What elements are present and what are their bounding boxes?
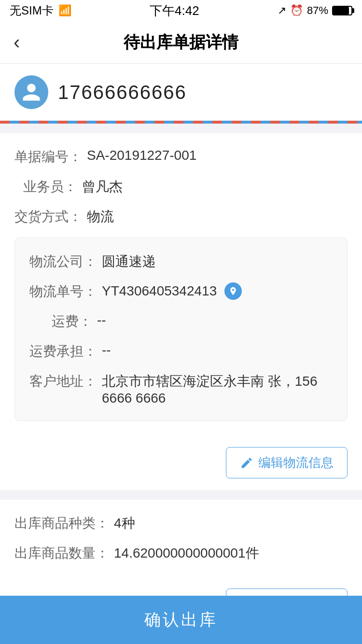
freight-value: -- bbox=[97, 312, 333, 328]
edit-logistics-button[interactable]: 编辑物流信息 bbox=[226, 447, 348, 478]
customer-phone: 17666666666 bbox=[58, 82, 187, 103]
freight-bear-value: -- bbox=[102, 342, 333, 358]
status-time: 下午4:42 bbox=[150, 2, 199, 19]
freight-bear-label: 运费承担： bbox=[29, 342, 97, 361]
salesman-row: 业务员： 曾凡杰 bbox=[14, 178, 348, 196]
battery-label: 87% bbox=[307, 4, 328, 17]
map-pin-icon[interactable] bbox=[224, 282, 242, 300]
delivery-value: 物流 bbox=[87, 208, 348, 226]
goods-qty-label: 出库商品数量： bbox=[14, 544, 109, 562]
wifi-icon: 📶 bbox=[58, 4, 71, 17]
nav-bar: ‹ 待出库单据详情 bbox=[0, 21, 362, 64]
goods-qty-value: 14.620000000000001件 bbox=[114, 544, 348, 562]
freight-bear-row: 运费承担： -- bbox=[29, 342, 333, 361]
battery-indicator bbox=[332, 6, 352, 15]
doc-number-row: 单据编号： SA-20191227-001 bbox=[14, 148, 348, 166]
doc-number-label: 单据编号： bbox=[14, 148, 82, 166]
dashed-divider bbox=[0, 121, 362, 124]
status-left: 无SIM卡 📶 bbox=[10, 3, 71, 18]
confirm-label: 确认出库 bbox=[144, 609, 218, 631]
tracking-no-row: 物流单号： YT4306405342413 bbox=[29, 282, 333, 301]
goods-section: 出库商品种类： 4种 出库商品数量： 14.620000000000001件 bbox=[0, 500, 362, 577]
section-separator-1 bbox=[0, 490, 362, 500]
goods-type-label: 出库商品种类： bbox=[14, 514, 109, 532]
edit-btn-row: 编辑物流信息 bbox=[0, 435, 362, 490]
logistics-card: 物流公司： 圆通速递 物流单号： YT4306405342413 运费： -- … bbox=[14, 238, 348, 421]
order-info-section: 单据编号： SA-20191227-001 业务员： 曾凡杰 交货方式： 物流 … bbox=[0, 133, 362, 435]
edit-icon bbox=[240, 456, 253, 470]
status-right: ↗ ⏰ 87% bbox=[278, 4, 352, 17]
person-icon bbox=[21, 82, 42, 103]
freight-row: 运费： -- bbox=[29, 312, 333, 331]
goods-type-value: 4种 bbox=[114, 514, 348, 532]
confirm-button[interactable]: 确认出库 bbox=[0, 596, 362, 644]
page-title: 待出库单据详情 bbox=[124, 31, 238, 54]
status-bar: 无SIM卡 📶 下午4:42 ↗ ⏰ 87% bbox=[0, 0, 362, 21]
logistics-company-value: 圆通速递 bbox=[102, 252, 333, 271]
logistics-company-row: 物流公司： 圆通速递 bbox=[29, 252, 333, 271]
goods-qty-row: 出库商品数量： 14.620000000000001件 bbox=[14, 544, 348, 562]
back-button[interactable]: ‹ bbox=[14, 31, 20, 53]
delivery-label: 交货方式： bbox=[14, 208, 82, 226]
alarm-icon: ⏰ bbox=[290, 4, 303, 17]
salesman-value: 曾凡杰 bbox=[82, 178, 348, 196]
salesman-label: 业务员： bbox=[14, 178, 77, 196]
avatar bbox=[14, 75, 48, 109]
address-row: 客户地址： 北京市市辖区海淀区永丰南 张，156 6666 6666 bbox=[29, 372, 333, 406]
address-value: 北京市市辖区海淀区永丰南 张，156 6666 6666 bbox=[102, 372, 333, 406]
carrier-label: 无SIM卡 bbox=[10, 3, 54, 18]
tracking-no-label: 物流单号： bbox=[29, 282, 97, 301]
logistics-company-label: 物流公司： bbox=[29, 252, 97, 271]
tracking-no-value: YT4306405342413 bbox=[102, 282, 333, 300]
location-status-icon: ↗ bbox=[278, 4, 286, 17]
doc-number-value: SA-20191227-001 bbox=[87, 148, 348, 163]
freight-label: 运费： bbox=[29, 312, 92, 331]
customer-header: 17666666666 bbox=[0, 64, 362, 121]
delivery-row: 交货方式： 物流 bbox=[14, 208, 348, 226]
address-label: 客户地址： bbox=[29, 372, 97, 391]
edit-logistics-label: 编辑物流信息 bbox=[258, 454, 334, 471]
goods-type-row: 出库商品种类： 4种 bbox=[14, 514, 348, 532]
